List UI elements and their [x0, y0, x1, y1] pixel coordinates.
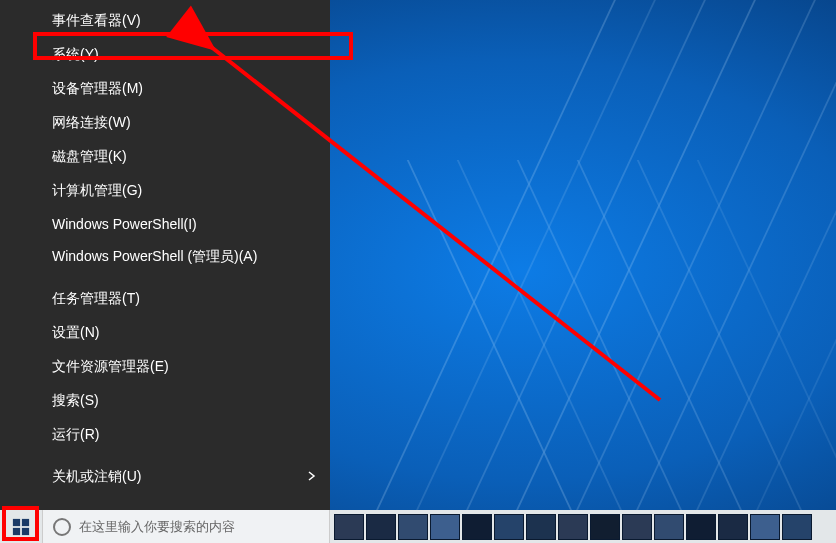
search-placeholder: 在这里输入你要搜索的内容	[79, 518, 235, 536]
menu-item-network-connections[interactable]: 网络连接(W)	[0, 106, 330, 140]
menu-item-label: 设置(N)	[52, 324, 99, 342]
taskbar-app-icon[interactable]	[622, 514, 652, 540]
menu-item-device-manager[interactable]: 设备管理器(M)	[0, 72, 330, 106]
svg-rect-3	[13, 527, 20, 534]
taskbar-app-icon[interactable]	[526, 514, 556, 540]
menu-item-event-viewer[interactable]: 事件查看器(V)	[0, 4, 330, 38]
menu-item-run[interactable]: 运行(R)	[0, 418, 330, 452]
menu-item-label: 设备管理器(M)	[52, 80, 143, 98]
menu-item-file-explorer[interactable]: 文件资源管理器(E)	[0, 350, 330, 384]
menu-item-label: 运行(R)	[52, 426, 99, 444]
menu-item-powershell[interactable]: Windows PowerShell(I)	[0, 208, 330, 240]
winx-context-menu: 事件查看器(V) 系统(Y) 设备管理器(M) 网络连接(W) 磁盘管理(K) …	[0, 0, 330, 510]
menu-item-label: 系统(Y)	[52, 46, 99, 64]
menu-item-label: 事件查看器(V)	[52, 12, 141, 30]
taskbar-search-box[interactable]: 在这里输入你要搜索的内容	[42, 510, 330, 543]
desktop: 事件查看器(V) 系统(Y) 设备管理器(M) 网络连接(W) 磁盘管理(K) …	[0, 0, 836, 543]
menu-item-computer-management[interactable]: 计算机管理(G)	[0, 174, 330, 208]
taskbar: 在这里输入你要搜索的内容	[0, 510, 836, 543]
windows-logo-icon	[12, 518, 30, 536]
chevron-right-icon	[308, 470, 316, 484]
svg-rect-2	[22, 518, 29, 525]
taskbar-app-icon[interactable]	[718, 514, 748, 540]
taskbar-app-icon[interactable]	[654, 514, 684, 540]
menu-item-label: Windows PowerShell (管理员)(A)	[52, 248, 257, 266]
menu-item-settings[interactable]: 设置(N)	[0, 316, 330, 350]
taskbar-app-icon[interactable]	[334, 514, 364, 540]
taskbar-app-icon[interactable]	[366, 514, 396, 540]
menu-item-powershell-admin[interactable]: Windows PowerShell (管理员)(A)	[0, 240, 330, 274]
start-button[interactable]	[0, 510, 42, 543]
menu-item-label: 任务管理器(T)	[52, 290, 140, 308]
taskbar-app-icons	[334, 510, 812, 543]
taskbar-app-icon[interactable]	[398, 514, 428, 540]
taskbar-app-icon[interactable]	[558, 514, 588, 540]
taskbar-app-icon[interactable]	[750, 514, 780, 540]
menu-item-search[interactable]: 搜索(S)	[0, 384, 330, 418]
menu-item-disk-management[interactable]: 磁盘管理(K)	[0, 140, 330, 174]
taskbar-app-icon[interactable]	[462, 514, 492, 540]
menu-item-label: Windows PowerShell(I)	[52, 216, 197, 232]
taskbar-app-icon[interactable]	[686, 514, 716, 540]
wallpaper-beams	[380, 0, 836, 520]
menu-item-label: 搜索(S)	[52, 392, 99, 410]
taskbar-app-icon[interactable]	[494, 514, 524, 540]
svg-rect-1	[13, 518, 20, 525]
taskbar-app-icon[interactable]	[590, 514, 620, 540]
svg-rect-4	[22, 527, 29, 534]
taskbar-app-icon[interactable]	[782, 514, 812, 540]
menu-item-label: 计算机管理(G)	[52, 182, 142, 200]
taskbar-app-icon[interactable]	[430, 514, 460, 540]
menu-item-label: 文件资源管理器(E)	[52, 358, 169, 376]
menu-item-system[interactable]: 系统(Y)	[0, 38, 330, 72]
menu-item-shutdown-signout[interactable]: 关机或注销(U)	[0, 460, 330, 494]
menu-item-label: 网络连接(W)	[52, 114, 131, 132]
cortana-icon	[53, 518, 71, 536]
menu-item-label: 磁盘管理(K)	[52, 148, 127, 166]
menu-item-label: 关机或注销(U)	[52, 468, 141, 486]
menu-item-task-manager[interactable]: 任务管理器(T)	[0, 282, 330, 316]
